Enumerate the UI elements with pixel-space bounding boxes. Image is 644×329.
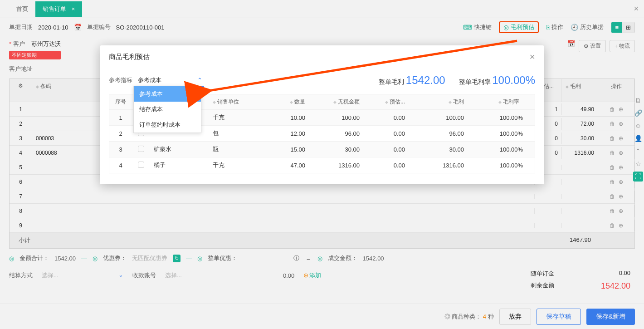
m-cell-chk[interactable]	[132, 142, 150, 157]
m-cell-name: 橘子	[150, 157, 209, 173]
m-cell-est: 0.00	[363, 142, 409, 157]
indicator-value: 参考成本	[138, 76, 161, 84]
m-col-profit-label: 毛利	[453, 98, 464, 105]
sort-icon: ◆	[449, 100, 452, 104]
m-cell-chk[interactable]	[132, 158, 150, 173]
modal-mask: 商品毛利预估 ✕ 参考指标 参考成本 ⌃ 参考成本 结存成本 订单签约时成本 整…	[0, 0, 644, 283]
m-col-rate[interactable]: ◆毛利率	[468, 94, 527, 109]
m-col-amt-label: 无税金额	[338, 98, 360, 105]
m-cell-unit: 千克	[209, 110, 263, 125]
m-col-amt[interactable]: ◆无税金额	[309, 94, 363, 109]
modal-title: 商品毛利预估	[109, 53, 150, 61]
m-cell-profit: 1316.00	[409, 158, 468, 172]
indicator-select[interactable]: 参考成本 ⌃	[136, 74, 204, 87]
profit-modal: 商品毛利预估 ✕ 参考指标 参考成本 ⌃ 参考成本 结存成本 订单签约时成本 整…	[100, 45, 544, 184]
m-cell-qty: 47.00	[263, 158, 309, 172]
m-cell-name: 矿泉水	[150, 142, 209, 157]
m-cell-seq: 3	[109, 142, 132, 157]
m-cell-unit: 瓶	[209, 142, 263, 157]
modal-close-icon[interactable]: ✕	[529, 53, 535, 61]
modal-table-row: 3矿泉水瓶15.0030.000.0030.00100.00%	[109, 141, 535, 157]
indicator-label: 参考指标	[109, 76, 132, 84]
m-cell-amt: 100.00	[309, 111, 363, 125]
m-cell-est: 0.00	[363, 127, 409, 141]
m-cell-rate: 100.00%	[468, 158, 527, 172]
m-cell-rate: 100.00%	[468, 127, 527, 141]
m-col-est-label: 预估...	[390, 98, 405, 105]
m-cell-amt: 1316.00	[309, 158, 363, 172]
m-cell-profit: 100.00	[409, 111, 468, 125]
m-col-est[interactable]: ◆预估...	[363, 94, 409, 109]
m-cell-amt: 96.00	[309, 127, 363, 141]
m-cell-seq: 4	[109, 158, 132, 172]
m-cell-profit: 30.00	[409, 142, 468, 157]
m-cell-profit: 96.00	[409, 127, 468, 141]
sort-icon: ◆	[385, 100, 388, 104]
sort-icon: ◆	[498, 100, 502, 104]
modal-table-row: 4橘子千克47.001316.000.001316.00100.00%	[109, 157, 535, 173]
m-cell-seq: 1	[109, 111, 132, 125]
sort-icon: ◆	[333, 100, 337, 104]
total-profit-value: 1542.00	[406, 74, 445, 86]
m-cell-rate: 100.00%	[468, 111, 527, 125]
m-cell-unit: 包	[209, 126, 263, 141]
m-cell-qty: 10.00	[263, 111, 309, 125]
dropdown-option-2[interactable]: 订单签约时成本	[134, 117, 201, 133]
dropdown-option-0[interactable]: 参考成本	[134, 86, 201, 102]
indicator-dropdown: 参考成本 结存成本 订单签约时成本	[133, 86, 201, 133]
m-cell-est: 0.00	[363, 158, 409, 172]
dropdown-option-1[interactable]: 结存成本	[134, 102, 201, 117]
total-rate-label: 整单毛利率	[459, 78, 491, 85]
checkbox-icon[interactable]	[138, 146, 144, 152]
m-col-unit[interactable]: ◆销售单位	[209, 94, 263, 109]
m-cell-qty: 15.00	[263, 142, 309, 157]
checkbox-icon[interactable]	[138, 162, 144, 168]
m-col-qty[interactable]: ◆数量	[263, 94, 309, 109]
m-col-unit-label: 销售单位	[217, 98, 239, 105]
m-cell-est: 0.00	[363, 111, 409, 125]
m-col-rate-label: 毛利率	[503, 98, 519, 105]
m-cell-rate: 100.00%	[468, 142, 527, 157]
m-cell-qty: 12.00	[263, 127, 309, 141]
m-col-qty-label: 数量	[294, 98, 305, 105]
total-profit-label: 整单毛利	[379, 78, 404, 85]
m-cell-seq: 2	[109, 127, 132, 141]
sort-icon: ◆	[290, 100, 293, 104]
m-cell-unit: 千克	[209, 157, 263, 173]
m-col-seq: 序号	[109, 94, 132, 109]
chevron-up-icon: ⌃	[197, 77, 202, 83]
total-rate-value: 100.00%	[492, 74, 535, 86]
m-col-profit[interactable]: ◆毛利	[409, 94, 468, 109]
sort-icon: ◆	[213, 100, 216, 104]
m-cell-amt: 30.00	[309, 142, 363, 157]
